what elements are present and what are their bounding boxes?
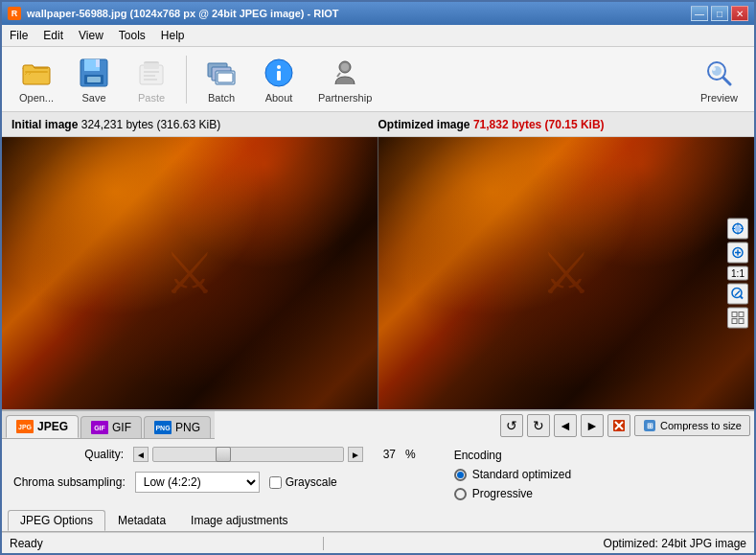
options-left: Quality: ◄ ► 37 % Chroma subsampling: xyxy=(13,447,416,493)
maximize-button[interactable]: □ xyxy=(711,6,728,21)
encoding-progressive-radio[interactable] xyxy=(454,488,467,500)
menu-view[interactable]: View xyxy=(71,27,111,44)
grayscale-checkbox[interactable] xyxy=(269,476,282,489)
sub-tabs: JPEG Options Metadata Image adjustments xyxy=(2,508,754,532)
paste-button[interactable]: Paste xyxy=(125,51,178,108)
gif-icon: GIF xyxy=(91,421,108,434)
original-image xyxy=(2,137,378,409)
encoding-standard-label: Standard optimized xyxy=(472,468,571,481)
paste-label: Paste xyxy=(138,92,165,104)
quality-value: 37 xyxy=(373,448,396,461)
partnership-label: Partnership xyxy=(318,92,372,104)
remove-button[interactable] xyxy=(607,414,630,437)
batch-button[interactable]: Batch xyxy=(195,51,248,108)
sub-tab-metadata[interactable]: Metadata xyxy=(105,510,178,531)
svg-rect-12 xyxy=(144,79,157,81)
svg-line-37 xyxy=(735,291,740,296)
initial-image-size: 324,231 bytes (316.63 KiB) xyxy=(81,118,220,131)
toolbar: Open... Save xyxy=(2,47,754,112)
svg-rect-42 xyxy=(739,319,744,324)
format-tabs: JPG JPEG GIF GIF PNG PNG xyxy=(2,411,215,439)
menu-edit[interactable]: Edit xyxy=(35,27,71,44)
title-bar: R wallpaper-56988.jpg (1024x768 px @ 24b… xyxy=(2,2,754,25)
options-area: Quality: ◄ ► 37 % Chroma subsampling: xyxy=(2,439,754,508)
quality-increase-button[interactable]: ► xyxy=(348,447,363,462)
save-button[interactable]: Save xyxy=(67,51,121,108)
initial-image-label: Initial image xyxy=(11,118,78,131)
images-area: 1:1 xyxy=(2,137,754,409)
preview-label: Preview xyxy=(700,92,738,104)
encoding-standard-radio[interactable] xyxy=(454,469,467,481)
svg-rect-9 xyxy=(144,63,159,69)
menu-help[interactable]: Help xyxy=(153,27,193,44)
svg-rect-10 xyxy=(144,71,159,73)
about-label: About xyxy=(265,92,293,104)
chroma-row: Chroma subsampling: Low (4:2:2) Grayscal… xyxy=(13,472,416,493)
svg-rect-0 xyxy=(23,67,50,84)
svg-point-18 xyxy=(277,65,281,69)
chroma-select[interactable]: Low (4:2:2) xyxy=(135,472,260,493)
status-right: Optimized: 24bit JPG image xyxy=(604,537,746,550)
tab-jpeg[interactable]: JPG JPEG xyxy=(6,415,79,438)
png-tab-label: PNG xyxy=(175,421,200,434)
minimize-button[interactable]: — xyxy=(691,6,708,21)
action-buttons: ↺ ↻ ◄ ► ⊞ Compress to size xyxy=(500,414,754,437)
quality-decrease-button[interactable]: ◄ xyxy=(133,447,149,462)
close-button[interactable]: ✕ xyxy=(731,6,748,21)
grayscale-label[interactable]: Grayscale xyxy=(286,475,337,489)
zoom-grid-button[interactable] xyxy=(727,308,748,329)
title-bar-controls: — □ ✕ xyxy=(691,6,748,21)
batch-icon xyxy=(204,56,239,90)
svg-rect-4 xyxy=(96,59,100,67)
zoom-level-label[interactable]: 1:1 xyxy=(727,266,748,281)
encoding-standard-option[interactable]: Standard optimized xyxy=(454,468,571,481)
quality-slider[interactable] xyxy=(152,447,344,462)
svg-rect-19 xyxy=(277,71,281,81)
save-label: Save xyxy=(81,92,105,104)
compress-to-size-button[interactable]: ⊞ Compress to size xyxy=(634,415,750,436)
svg-rect-39 xyxy=(732,312,737,317)
folder-icon xyxy=(19,56,54,90)
bottom-panel: JPG JPEG GIF GIF PNG PNG ↺ ↻ ◄ ► xyxy=(2,409,754,532)
svg-rect-40 xyxy=(739,312,744,317)
svg-rect-16 xyxy=(218,73,233,82)
menu-tools[interactable]: Tools xyxy=(111,27,153,44)
quality-slider-thumb[interactable] xyxy=(216,447,231,462)
status-left: Ready xyxy=(10,537,43,550)
sub-tab-image-adjustments[interactable]: Image adjustments xyxy=(178,510,300,531)
open-button[interactable]: Open... xyxy=(10,51,63,108)
sub-tab-jpeg-options[interactable]: JPEG Options xyxy=(8,510,105,531)
svg-point-28 xyxy=(735,226,741,232)
status-bar: Ready Optimized: 24bit JPG image xyxy=(2,532,754,553)
preview-icon xyxy=(701,56,736,90)
svg-line-22 xyxy=(337,73,340,77)
undo-button[interactable]: ↺ xyxy=(500,414,523,437)
main-window: R wallpaper-56988.jpg (1024x768 px @ 24b… xyxy=(0,0,756,555)
quality-slider-container: ◄ ► xyxy=(133,447,363,462)
preview-button[interactable]: Preview xyxy=(692,51,746,108)
zoom-in-button[interactable] xyxy=(727,243,748,264)
grayscale-option: Grayscale xyxy=(269,475,337,489)
about-button[interactable]: About xyxy=(252,51,306,108)
encoding-progressive-option[interactable]: Progressive xyxy=(454,487,571,500)
svg-rect-41 xyxy=(732,319,737,324)
redo-button[interactable]: ↻ xyxy=(527,414,550,437)
zoom-fit-button[interactable] xyxy=(727,219,748,240)
image-info-bar: Initial image 324,231 bytes (316.63 KiB)… xyxy=(2,112,754,137)
partnership-button[interactable]: Partnership xyxy=(309,51,380,108)
optimized-image-panel xyxy=(378,137,754,409)
quality-percent: % xyxy=(405,448,416,461)
optimized-image xyxy=(378,137,754,409)
zoom-controls: 1:1 xyxy=(727,219,748,329)
chroma-label: Chroma subsampling: xyxy=(13,475,126,489)
prev-button[interactable]: ◄ xyxy=(554,414,577,437)
menu-file[interactable]: File xyxy=(2,27,35,44)
tab-gif[interactable]: GIF GIF xyxy=(80,416,142,438)
paste-icon xyxy=(134,56,169,90)
menu-bar: File Edit View Tools Help xyxy=(2,25,754,47)
svg-point-26 xyxy=(712,67,716,71)
next-button[interactable]: ► xyxy=(581,414,604,437)
quality-row: Quality: ◄ ► 37 % xyxy=(13,447,416,462)
zoom-out-button[interactable] xyxy=(727,284,748,305)
tab-png[interactable]: PNG PNG xyxy=(144,416,211,438)
